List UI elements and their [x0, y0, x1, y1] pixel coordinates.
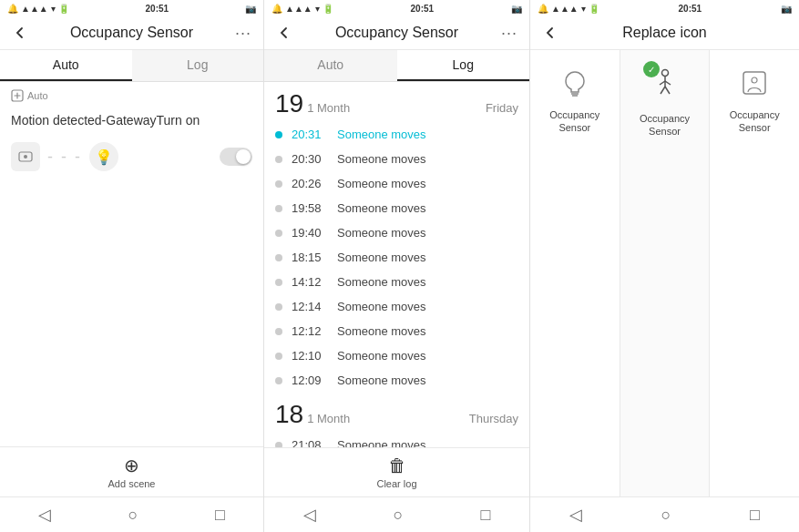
back-button-right[interactable]: [539, 22, 561, 44]
status-bar-left: 🔔 ▲▲▲ ▾ 🔋 20:51 📷: [0, 0, 263, 16]
svg-point-2: [24, 155, 27, 159]
log-item: 14:12 Someone moves: [264, 270, 529, 294]
toggle-switch[interactable]: [220, 148, 252, 166]
wifi-icon: ▾: [51, 4, 56, 14]
log-event: Someone moves: [337, 128, 426, 141]
status-time-mid: 20:51: [411, 4, 435, 14]
status-left: 🔔 ▲▲▲ ▾ 🔋: [7, 4, 69, 14]
log-item: 19:58 Someone moves: [264, 196, 529, 220]
icon-option-1[interactable]: Occupancy Sensor: [530, 50, 620, 496]
day-header-19: 19 1 Month Friday: [264, 82, 529, 122]
camera-icon-mid: 📷: [511, 4, 522, 14]
icon-wrapper-3: Occupancy Sensor: [717, 65, 792, 135]
icon-label-2: Occupancy Sensor: [628, 112, 702, 138]
day-month-19: 1 Month: [307, 101, 350, 115]
header-middle: Occupancy Sensor ···: [264, 16, 529, 50]
log-content: 19 1 Month Friday 20:31 Someone moves 20…: [264, 82, 529, 447]
tab-auto-left[interactable]: Auto: [0, 50, 132, 81]
icon-option-2[interactable]: ✓ Occupancy Sensor: [620, 50, 711, 496]
log-item: 20:26 Someone moves: [264, 171, 529, 196]
icon-option-3[interactable]: Occupancy Sensor: [710, 50, 799, 496]
log-item: 18:15 Someone moves: [264, 245, 529, 270]
svg-line-7: [660, 81, 665, 85]
log-event: Someone moves: [337, 226, 426, 240]
svg-line-8: [665, 81, 671, 85]
bottom-nav-left: ◁ ○ □: [0, 496, 263, 532]
log-time: 20:30: [292, 152, 328, 166]
home-nav-left[interactable]: ○: [128, 506, 138, 525]
back-button-left[interactable]: [9, 22, 31, 44]
log-time: 20:26: [292, 177, 328, 190]
log-event: Someone moves: [337, 349, 426, 363]
log-time: 19:40: [292, 226, 328, 240]
clear-log-button[interactable]: 🗑 Clear log: [264, 448, 529, 496]
log-dot: [275, 205, 282, 212]
signal-icon: ▲▲▲: [21, 4, 48, 14]
back-nav-middle[interactable]: ◁: [303, 505, 316, 525]
tab-bar-left: Auto Log: [0, 50, 263, 82]
log-time: 18:15: [292, 251, 328, 264]
motion-text: Motion detected-GatewayTurn on: [0, 109, 263, 135]
log-item: 12:14 Someone moves: [264, 294, 529, 319]
log-dot: [275, 156, 282, 163]
log-item: 19:40 Someone moves: [264, 220, 529, 245]
log-dot: [275, 377, 282, 384]
add-scene-label: Add scene: [108, 478, 156, 489]
connector-dots: - - -: [47, 148, 82, 167]
status-left-mid: 🔔 ▲▲▲ ▾ 🔋: [271, 4, 333, 14]
tab-log-middle[interactable]: Log: [397, 50, 530, 81]
home-nav-middle[interactable]: ○: [394, 506, 404, 525]
signal-icon-mid: ▲▲▲: [285, 4, 312, 14]
back-nav-right[interactable]: ◁: [569, 505, 582, 525]
status-bar-middle: 🔔 ▲▲▲ ▾ 🔋 20:51 📷: [264, 0, 529, 16]
svg-point-12: [752, 77, 757, 83]
wifi-icon-mid: ▾: [315, 4, 320, 14]
icon-wrapper-2: ✓ Occupancy Sensor: [628, 65, 702, 138]
day-number-18: 18: [275, 400, 303, 429]
log-time: 12:10: [292, 349, 328, 363]
selected-check: ✓: [643, 61, 660, 77]
page-title-left: Occupancy Sensor: [31, 25, 232, 41]
auto-badge: Auto: [0, 82, 263, 109]
recents-nav-middle[interactable]: □: [481, 506, 491, 525]
log-time: 12:12: [292, 324, 328, 338]
log-dot: [275, 131, 282, 138]
camera-icon-right: 📷: [781, 4, 792, 14]
log-event: Someone moves: [337, 177, 426, 190]
add-scene-button[interactable]: ⊕ Add scene: [0, 447, 263, 496]
home-nav-right[interactable]: ○: [661, 506, 671, 525]
alarm-icon: 🔔: [7, 4, 18, 14]
page-title-middle: Occupancy Sensor: [295, 25, 498, 41]
header-left: Occupancy Sensor ···: [0, 16, 263, 50]
icon-grid: Occupancy Sensor ✓ Oc: [530, 50, 799, 496]
more-button-middle[interactable]: ···: [498, 22, 520, 44]
tab-bar-middle: Auto Log: [264, 50, 529, 82]
tab-log-left[interactable]: Log: [132, 50, 264, 81]
log-event: Someone moves: [337, 201, 426, 215]
log-time: 21:08: [292, 438, 328, 447]
back-button-middle[interactable]: [273, 22, 295, 44]
log-item: 21:08 Someone moves: [264, 433, 529, 447]
trash-icon: 🗑: [388, 455, 406, 476]
header-right: Replace icon: [530, 16, 799, 50]
log-event: Someone moves: [337, 373, 426, 387]
right-panel: 🔔 ▲▲▲ ▾ 🔋 20:51 📷 Replace icon O: [530, 0, 799, 532]
status-time-left: 20:51: [146, 4, 169, 14]
recents-nav-left[interactable]: □: [215, 506, 225, 525]
left-panel: 🔔 ▲▲▲ ▾ 🔋 20:51 📷 Occupancy Sensor ··· A…: [0, 0, 264, 532]
day-number-19: 19: [275, 89, 303, 118]
back-nav-left[interactable]: ◁: [38, 505, 51, 525]
tab-auto-middle[interactable]: Auto: [264, 50, 397, 81]
log-dot: [275, 254, 282, 261]
log-event: Someone moves: [337, 324, 426, 338]
day-month-18: 1 Month: [307, 412, 350, 425]
action-bar-left: ⊕ Add scene: [0, 446, 263, 496]
recents-nav-right[interactable]: □: [750, 506, 760, 525]
action-bar-middle: 🗑 Clear log: [264, 447, 529, 496]
log-item: 20:30 Someone moves: [264, 147, 529, 171]
signal-icon-right: ▲▲▲: [551, 4, 579, 14]
svg-line-9: [661, 87, 665, 94]
log-item: 20:31 Someone moves: [264, 122, 529, 147]
more-button-left[interactable]: ···: [232, 22, 254, 44]
log-event: Someone moves: [337, 275, 426, 289]
